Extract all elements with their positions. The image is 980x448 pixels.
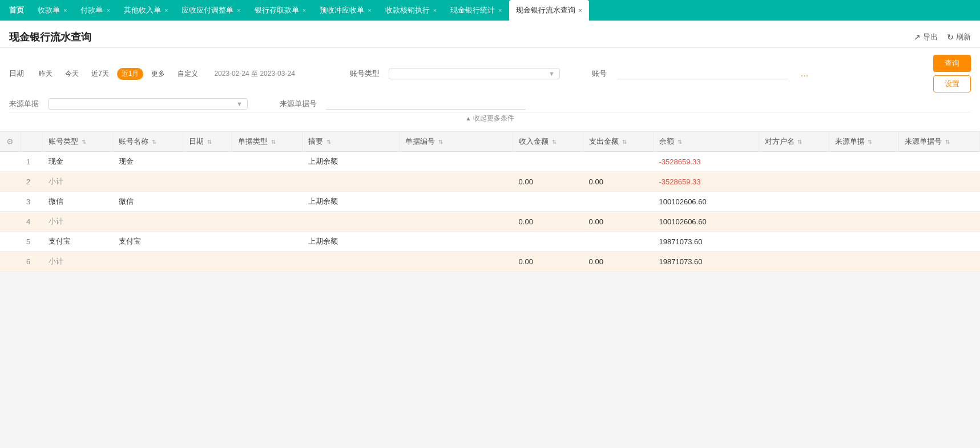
row-gear [0, 172, 21, 192]
sort-summary-icon: ⇅ [326, 139, 331, 145]
date-options: 昨天 今天 近7天 近1月 更多 自定义 [34, 68, 203, 80]
nav-cashflow[interactable]: 现金银行流水查询 × [509, 0, 589, 21]
col-source-doc-no[interactable]: 来源单据号 ⇅ [899, 132, 980, 152]
row-date [183, 232, 232, 252]
refresh-button[interactable]: ↻ 刷新 [947, 32, 971, 42]
row-doc-type [232, 192, 303, 212]
date-opt-custom[interactable]: 自定义 [173, 68, 203, 80]
row-date [183, 172, 232, 192]
row-income: 0.00 [513, 172, 583, 192]
row-source-doc-no [899, 212, 980, 232]
col-account-type[interactable]: 账号类型 ⇅ [43, 132, 113, 152]
gear-icon[interactable]: ⚙ [6, 137, 14, 146]
export-button[interactable]: ↗ 导出 [914, 32, 938, 42]
account-type-label: 账号类型 [350, 68, 380, 79]
sort-balance-icon: ⇅ [677, 139, 682, 145]
account-label: 账号 [592, 68, 608, 79]
nav-receipt[interactable]: 收款单 × [31, 0, 74, 21]
nav-statistics-close[interactable]: × [498, 7, 502, 14]
col-summary[interactable]: 摘要 ⇅ [303, 132, 400, 152]
source-doc-select[interactable]: ▼ [48, 98, 248, 110]
nav-home-label: 首页 [9, 5, 24, 15]
nav-verify-close[interactable]: × [433, 7, 437, 14]
row-source-doc [829, 212, 899, 232]
row-summary: 上期余额 [303, 152, 400, 172]
nav-bank-deposit-label: 银行存取款单 [255, 5, 299, 15]
top-nav: 首页 收款单 × 付款单 × 其他收入单 × 应收应付调整单 × 银行存取款单 … [0, 0, 980, 21]
col-account-name[interactable]: 账号名称 ⇅ [113, 132, 183, 152]
row-account-type: 小计 [43, 212, 113, 232]
nav-home[interactable]: 首页 [2, 0, 31, 21]
col-doc-no[interactable]: 单据编号 ⇅ [400, 132, 513, 152]
refresh-icon: ↻ [947, 33, 954, 42]
row-num: 3 [21, 192, 43, 212]
account-input[interactable] [619, 69, 786, 78]
row-balance: 19871073.60 [654, 232, 759, 252]
nav-adjustment[interactable]: 应收应付调整单 × [175, 0, 247, 21]
table-row[interactable]: 1 现金 现金 上期余额 -3528659.33 [0, 152, 980, 172]
collapse-button[interactable]: ▲ 收起更多条件 [9, 112, 971, 124]
col-doc-type[interactable]: 单据类型 ⇅ [232, 132, 303, 152]
nav-other-income-close[interactable]: × [164, 7, 168, 14]
date-opt-yesterday[interactable]: 昨天 [34, 68, 57, 80]
row-num: 5 [21, 232, 43, 252]
row-source-doc [829, 232, 899, 252]
nav-verify[interactable]: 收款核销执行 × [378, 0, 443, 21]
nav-adjustment-close[interactable]: × [237, 7, 240, 14]
source-doc-chevron-icon: ▼ [236, 100, 243, 107]
collapse-label: 收起更多条件 [473, 114, 514, 123]
source-doc-label: 来源单据 [9, 99, 39, 109]
col-date[interactable]: 日期 ⇅ [183, 132, 232, 152]
row-source-doc-no [899, 152, 980, 172]
source-doc-num-input[interactable] [328, 99, 523, 108]
nav-bank-deposit-close[interactable]: × [303, 7, 306, 14]
row-counterpart [759, 212, 829, 232]
nav-receipt-close[interactable]: × [63, 7, 67, 14]
page-title: 现金银行流水查询 [9, 30, 91, 44]
nav-prepaid-close[interactable]: × [368, 7, 371, 14]
row-expense [583, 232, 654, 252]
date-opt-more[interactable]: 更多 [147, 68, 170, 80]
row-balance: -3528659.33 [654, 172, 759, 192]
col-balance[interactable]: 余额 ⇅ [654, 132, 759, 152]
query-button[interactable]: 查询 [933, 55, 971, 72]
export-label: 导出 [923, 32, 938, 42]
setting-button[interactable]: 设置 [933, 75, 971, 92]
row-summary: 上期余额 [303, 192, 400, 212]
date-opt-7days[interactable]: 近7天 [87, 68, 114, 80]
table-row[interactable]: 2 小计 0.00 0.00 -3528659.33 [0, 172, 980, 192]
row-account-name: 微信 [113, 192, 183, 212]
filter-row-1: 日期 昨天 今天 近7天 近1月 更多 自定义 2023-02-24 至 202… [9, 55, 971, 92]
row-counterpart [759, 252, 829, 272]
nav-other-income[interactable]: 其他收入单 × [117, 0, 175, 21]
date-opt-1month[interactable]: 近1月 [117, 68, 144, 80]
table-row[interactable]: 6 小计 0.00 0.00 19871073.60 [0, 252, 980, 272]
table-row[interactable]: 5 支付宝 支付宝 上期余额 19871073.60 [0, 232, 980, 252]
date-opt-today[interactable]: 今天 [61, 68, 83, 80]
account-type-select[interactable]: ▼ [389, 68, 560, 79]
col-expense[interactable]: 支出金额 ⇅ [583, 132, 654, 152]
nav-statistics[interactable]: 现金银行统计 × [443, 0, 509, 21]
col-income[interactable]: 收入金额 ⇅ [513, 132, 583, 152]
nav-cashflow-close[interactable]: × [579, 7, 582, 14]
table-row[interactable]: 4 小计 0.00 0.00 100102606.60 [0, 212, 980, 232]
col-source-doc[interactable]: 来源单据 ⇅ [829, 132, 899, 152]
account-dots-button[interactable]: ... [797, 68, 812, 79]
row-doc-no [400, 152, 513, 172]
header-actions: ↗ 导出 ↻ 刷新 [914, 32, 971, 42]
row-account-name [113, 252, 183, 272]
row-num: 6 [21, 252, 43, 272]
row-account-name [113, 212, 183, 232]
nav-payment[interactable]: 付款单 × [74, 0, 116, 21]
nav-prepaid[interactable]: 预收冲应收单 × [313, 0, 378, 21]
row-date [183, 212, 232, 232]
col-counterpart[interactable]: 对方户名 ⇅ [759, 132, 829, 152]
nav-payment-close[interactable]: × [106, 7, 110, 14]
row-counterpart [759, 192, 829, 212]
nav-bank-deposit[interactable]: 银行存取款单 × [248, 0, 313, 21]
table-wrap: ⚙ 账号类型 ⇅ 账号名称 ⇅ 日期 ⇅ 单据类型 ⇅ [0, 132, 980, 272]
row-balance: 100102606.60 [654, 192, 759, 212]
row-income [513, 192, 583, 212]
row-source-doc [829, 172, 899, 192]
table-row[interactable]: 3 微信 微信 上期余额 100102606.60 [0, 192, 980, 212]
